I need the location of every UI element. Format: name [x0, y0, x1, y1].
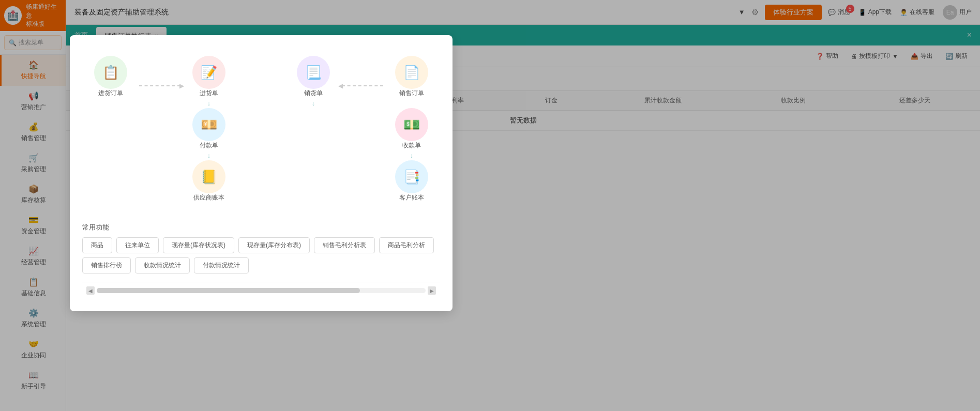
- common-btn-stock-dist[interactable]: 现存量(库存分布表): [238, 237, 310, 253]
- common-title: 常用功能: [82, 223, 440, 232]
- node-supplier-ledger[interactable]: 📒 供应商账本: [180, 160, 237, 202]
- common-btn-sales-rank[interactable]: 销售排行榜: [82, 257, 131, 273]
- modal-scrollbar: ◀ ▶: [82, 282, 440, 299]
- node-receipt[interactable]: 💵 收款单: [383, 108, 440, 150]
- common-btn-contacts[interactable]: 往来单位: [116, 237, 159, 253]
- flow-diagram: 📋 进货订单 ▶ 📝 进货单 📃: [82, 48, 440, 215]
- common-btn-payment-stat[interactable]: 付款情况统计: [194, 257, 249, 273]
- payment-label: 付款单: [200, 141, 218, 150]
- customer-ledger-icon: 📑: [395, 160, 428, 193]
- scrollbar-track[interactable]: [97, 288, 426, 293]
- scrollbar-thumb: [97, 288, 360, 293]
- common-btn-goods[interactable]: 商品: [82, 237, 112, 253]
- arrow-receipt-down: ↓: [383, 150, 440, 160]
- node-purchase-order[interactable]: 📋 进货订单: [82, 56, 139, 98]
- arrow-payment-down: ↓: [180, 150, 237, 160]
- flow-modal: 📋 进货订单 ▶ 📝 进货单 📃: [70, 35, 453, 311]
- common-buttons: 商品 往来单位 现存量(库存状况表) 现存量(库存分布表) 销售毛利分析表 商品…: [82, 237, 440, 253]
- scroll-left-btn[interactable]: ◀: [86, 286, 95, 295]
- node-sales-invoice[interactable]: 📃 销货单: [285, 56, 342, 98]
- customer-ledger-label: 客户账本: [399, 193, 424, 202]
- node-purchase[interactable]: 📝 进货单: [180, 56, 237, 98]
- node-sales-order[interactable]: 📄 销售订单: [383, 56, 440, 98]
- arrow-sales-down: ↓: [285, 98, 342, 108]
- payment-icon: 💴: [192, 108, 225, 141]
- sales-invoice-label: 销货单: [304, 89, 323, 98]
- sales-order-icon: 📄: [395, 56, 428, 89]
- common-btn-receipt-stat[interactable]: 收款情况统计: [135, 257, 190, 273]
- supplier-ledger-label: 供应商账本: [193, 193, 224, 202]
- purchase-icon: 📝: [192, 56, 225, 89]
- purchase-label: 进货单: [200, 89, 218, 98]
- purchase-order-label: 进货订单: [98, 89, 123, 98]
- common-btn-goods-profit[interactable]: 商品毛利分析: [379, 237, 434, 253]
- modal-overlay[interactable]: 📋 进货订单 ▶ 📝 进货单 📃: [0, 0, 980, 411]
- receipt-label: 收款单: [402, 141, 421, 150]
- common-btn-sales-profit[interactable]: 销售毛利分析表: [314, 237, 375, 253]
- common-functions-section: 常用功能 商品 往来单位 现存量(库存状况表) 现存量(库存分布表) 销售毛利分…: [82, 223, 440, 273]
- purchase-order-icon: 📋: [94, 56, 127, 89]
- receipt-icon: 💵: [395, 108, 428, 141]
- scroll-right-btn[interactable]: ▶: [428, 286, 436, 295]
- sales-order-label: 销售订单: [399, 89, 424, 98]
- sales-invoice-icon: 📃: [297, 56, 330, 89]
- node-payment[interactable]: 💴 付款单: [180, 108, 237, 150]
- arrow-purchase-down: ↓: [180, 98, 237, 108]
- supplier-ledger-icon: 📒: [192, 160, 225, 193]
- common-btn-stock-status[interactable]: 现存量(库存状况表): [163, 237, 234, 253]
- common-buttons-row2: 销售排行榜 收款情况统计 付款情况统计: [82, 257, 440, 273]
- node-customer-ledger[interactable]: 📑 客户账本: [383, 160, 440, 202]
